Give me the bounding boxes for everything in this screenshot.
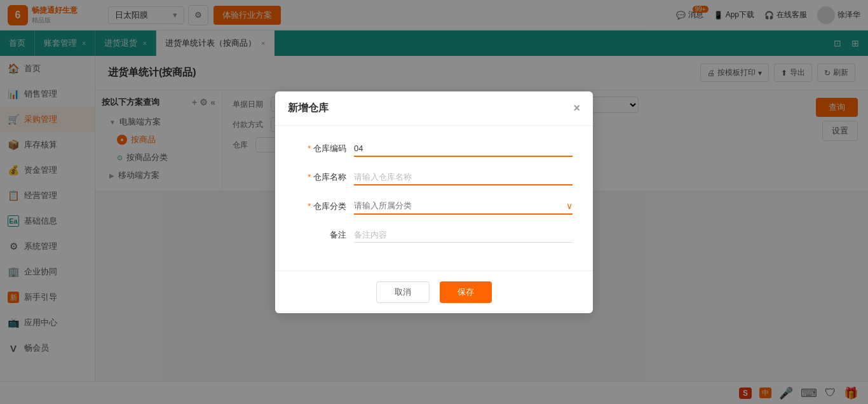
note-input[interactable] — [354, 227, 573, 243]
modal-overlay: 新增仓库 × 仓库编码 仓库名称 仓库分类 ∨ — [0, 0, 868, 404]
save-button[interactable]: 保存 — [440, 281, 492, 303]
modal-title: 新增仓库 — [288, 102, 329, 115]
category-chevron-icon: ∨ — [566, 201, 573, 211]
new-warehouse-modal: 新增仓库 × 仓库编码 仓库名称 仓库分类 ∨ — [275, 91, 593, 313]
name-label: 仓库名称 — [295, 172, 346, 183]
cancel-button[interactable]: 取消 — [376, 281, 430, 303]
category-select-input[interactable] — [354, 201, 566, 210]
modal-close-button[interactable]: × — [573, 102, 580, 114]
code-label: 仓库编码 — [295, 143, 346, 154]
modal-header: 新增仓库 × — [275, 91, 593, 126]
category-select-container[interactable]: ∨ — [354, 198, 573, 215]
warehouse-name-input[interactable] — [354, 170, 573, 185]
warehouse-code-input[interactable] — [354, 141, 573, 157]
note-label: 备注 — [295, 229, 346, 241]
form-row-category: 仓库分类 ∨ — [295, 198, 573, 215]
modal-footer: 取消 保存 — [275, 271, 593, 313]
modal-body: 仓库编码 仓库名称 仓库分类 ∨ 备注 — [275, 126, 593, 271]
category-label: 仓库分类 — [295, 201, 346, 212]
form-row-code: 仓库编码 — [295, 141, 573, 157]
form-row-note: 备注 — [295, 227, 573, 243]
form-row-name: 仓库名称 — [295, 170, 573, 185]
